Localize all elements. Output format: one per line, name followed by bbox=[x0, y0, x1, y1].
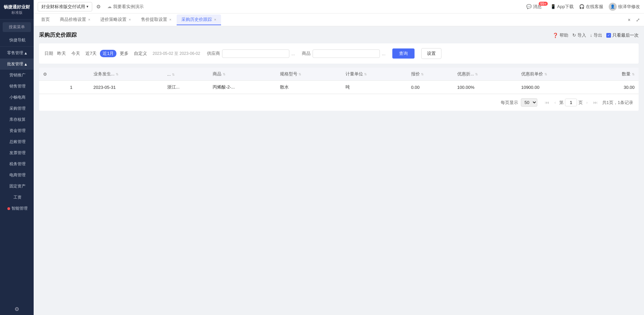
date-btn-last7[interactable]: 近7天 bbox=[83, 50, 99, 57]
sidebar-item-ecommerce-small[interactable]: 小畅电商 bbox=[0, 92, 34, 103]
version-selector[interactable]: 好业财标准版交付试用 ▾ bbox=[38, 2, 92, 11]
sidebar-item-retail[interactable]: 零售管理 ▲ bbox=[0, 47, 34, 59]
date-btn-yesterday[interactable]: 昨天 bbox=[55, 50, 68, 57]
pagination-next-btn[interactable]: › bbox=[584, 99, 589, 106]
per-page-label: 每页显示 bbox=[501, 100, 518, 106]
supplier-filter-label: 供应商 bbox=[207, 50, 220, 57]
page-number-input[interactable] bbox=[565, 99, 577, 106]
pagination-first-btn[interactable]: ⏮ bbox=[543, 99, 551, 106]
demo-link[interactable]: ☁ 我要看实例演示 bbox=[107, 4, 144, 10]
page-actions: ❓ 帮助 ↻ 导入 ↓ 导出 ✓ 只看最后一次 bbox=[552, 32, 639, 38]
tab-price[interactable]: 商品价格设置 × bbox=[55, 14, 95, 25]
sort-qty-icon[interactable]: ⇅ bbox=[632, 72, 635, 76]
tab-close-btn[interactable]: × bbox=[627, 16, 632, 24]
per-page-select[interactable]: 50 bbox=[521, 98, 537, 107]
wholesale-label: 批发管理 bbox=[7, 61, 23, 67]
import-link[interactable]: ↻ 导入 bbox=[572, 32, 586, 38]
user-label: 徐泽华修改 bbox=[618, 4, 640, 10]
sidebar-item-fixed-assets[interactable]: 固定资产 bbox=[0, 181, 34, 192]
date-btn-more[interactable]: 更多 bbox=[118, 50, 131, 57]
settings-button[interactable]: 设置 bbox=[421, 48, 441, 59]
tab-purchase-history-close-icon[interactable]: × bbox=[214, 18, 216, 22]
sidebar-item-marketing[interactable]: 营销推广 bbox=[0, 70, 34, 81]
goods-input[interactable] bbox=[313, 49, 380, 58]
sort-more-icon[interactable]: ⇅ bbox=[172, 73, 175, 76]
sidebar-item-purchase[interactable]: 采购管理 bbox=[0, 103, 34, 114]
th-discount: 优惠折... ⇅ bbox=[453, 68, 517, 81]
tab-purchase-history-label: 采购历史价跟踪 bbox=[181, 16, 212, 23]
td-discount: 100.00% bbox=[453, 81, 517, 94]
search-menu-button[interactable]: 搜索菜单 bbox=[3, 22, 31, 32]
marketing-label: 营销推广 bbox=[9, 73, 26, 77]
user-avatar: 👤 bbox=[609, 3, 617, 11]
filter-row: 日期 昨天 今天 近7天 近1月 更多 自定义 2023-05-02 至 202… bbox=[44, 48, 633, 59]
tab-expand-btn[interactable]: ⤢ bbox=[635, 16, 641, 24]
sort-unit-icon[interactable]: ⇅ bbox=[364, 72, 367, 76]
query-button[interactable]: 查询 bbox=[392, 48, 415, 59]
sort-spec-icon[interactable]: ⇅ bbox=[298, 72, 301, 76]
tab-purchase-strategy-close-icon[interactable]: × bbox=[129, 18, 131, 22]
ecommerce-small-label: 小畅电商 bbox=[9, 95, 26, 100]
sidebar-item-tax[interactable]: 税务管理 bbox=[0, 159, 34, 170]
sidebar-search-area: 搜索菜单 bbox=[0, 20, 34, 35]
page-header: 采购历史价跟踪 ❓ 帮助 ↻ 导入 ↓ 导出 ✓ 只 bbox=[39, 32, 639, 39]
sidebar-item-inventory[interactable]: 库存核算 bbox=[0, 114, 34, 125]
last-only-checkbox[interactable]: ✓ 只看最后一次 bbox=[606, 32, 639, 38]
tab-home[interactable]: 首页 bbox=[36, 14, 55, 25]
pagination-last-btn[interactable]: ⏭ bbox=[591, 99, 600, 106]
th-date: 业务发生... ⇅ bbox=[90, 68, 163, 81]
help-link[interactable]: ❓ 帮助 bbox=[552, 32, 568, 38]
th-spec: 规格型号 ⇅ bbox=[276, 68, 342, 81]
smart-dot-indicator bbox=[7, 207, 10, 210]
tab-price-close-icon[interactable]: × bbox=[88, 18, 90, 22]
sort-discount-icon[interactable]: ⇅ bbox=[475, 72, 478, 76]
sort-pre-discount-icon[interactable]: ⇅ bbox=[544, 72, 547, 76]
sort-goods-icon[interactable]: ⇅ bbox=[223, 72, 225, 76]
pagination-nav: ⏮ ‹ 第 页 › ⏭ bbox=[543, 99, 600, 106]
message-button[interactable]: 💬 消息 99+ bbox=[526, 4, 545, 10]
sidebar-item-salary[interactable]: 工资 bbox=[0, 192, 34, 203]
th-qty-label: 数量 bbox=[622, 71, 631, 76]
sidebar-item-invoice[interactable]: 发票管理 bbox=[0, 147, 34, 159]
settings-gear-icon[interactable]: ⚙ bbox=[95, 2, 102, 11]
tabbar: 首页 商品价格设置 × 进价策略设置 × 售价提取设置 × 采购历史价跟踪 × … bbox=[34, 13, 644, 26]
goods-dots[interactable]: ... bbox=[382, 51, 386, 56]
sidebar-item-smart[interactable]: 智能管理 bbox=[0, 203, 34, 214]
gear-column-icon[interactable]: ⚙ bbox=[43, 72, 47, 77]
tab-sale-price[interactable]: 售价提取设置 × bbox=[136, 14, 176, 25]
logo-title: 畅捷通好业财 bbox=[4, 4, 30, 10]
date-btn-custom[interactable]: 自定义 bbox=[132, 50, 149, 57]
online-service-button[interactable]: 🎧 在线客服 bbox=[579, 4, 603, 10]
supplier-input[interactable] bbox=[222, 49, 289, 58]
sidebar-item-ecommerce[interactable]: 电商管理 bbox=[0, 170, 34, 181]
sidebar-item-sales[interactable]: 销售管理 bbox=[0, 81, 34, 92]
sort-price-icon[interactable]: ⇅ bbox=[421, 72, 424, 76]
demo-text: 我要看实例演示 bbox=[113, 4, 144, 10]
tab-home-label: 首页 bbox=[41, 16, 50, 23]
page-title: 采购历史价跟踪 bbox=[39, 32, 77, 39]
sidebar-item-finance[interactable]: 资金管理 bbox=[0, 125, 34, 136]
ledger-label: 总账管理 bbox=[9, 139, 26, 144]
version-selector-text: 好业财标准版交付试用 bbox=[41, 4, 85, 10]
supplier-dots[interactable]: ... bbox=[291, 51, 295, 56]
pagination-prev-btn[interactable]: ‹ bbox=[552, 99, 558, 106]
sidebar-item-ledger[interactable]: 总账管理 bbox=[0, 136, 34, 147]
td-unit: 吨 bbox=[342, 81, 407, 94]
th-index bbox=[66, 68, 89, 81]
sidebar-settings-icon[interactable]: ⚙ bbox=[14, 306, 19, 312]
app-download-button[interactable]: 📱 App下载 bbox=[550, 4, 574, 10]
date-btn-today[interactable]: 今天 bbox=[69, 50, 82, 57]
smart-label: 智能管理 bbox=[11, 206, 28, 211]
export-link[interactable]: ↓ 导出 bbox=[590, 32, 603, 38]
tab-purchase-strategy[interactable]: 进价策略设置 × bbox=[96, 14, 135, 25]
date-btn-last1month[interactable]: 近1月 bbox=[100, 50, 116, 57]
user-profile-button[interactable]: 👤 徐泽华修改 bbox=[609, 3, 640, 11]
sort-date-icon[interactable]: ⇅ bbox=[116, 72, 118, 76]
td-qty: 30.00 bbox=[593, 81, 639, 94]
tab-purchase-history[interactable]: 采购历史价跟踪 × bbox=[177, 14, 221, 25]
supplier-filter: 供应商 ... bbox=[207, 49, 295, 58]
sidebar-item-wholesale[interactable]: 批发管理 ▲ bbox=[0, 59, 34, 70]
tab-sale-price-close-icon[interactable]: × bbox=[169, 18, 171, 22]
th-gear[interactable]: ⚙ bbox=[39, 68, 66, 81]
th-qty: 数量 ⇅ bbox=[593, 68, 639, 81]
